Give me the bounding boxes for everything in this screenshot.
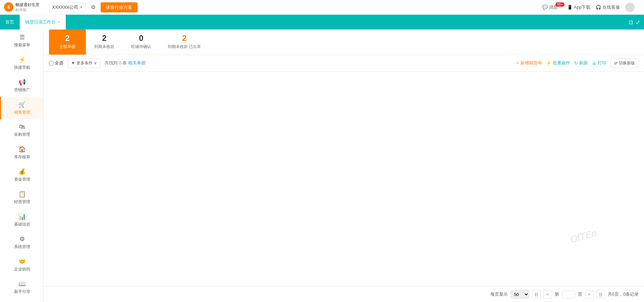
tab-restore-icon[interactable]: ⊡ <box>629 19 633 25</box>
sidebar-item-4[interactable]: 🛍 采购管理 <box>0 119 43 141</box>
page-number-input[interactable]: 1 <box>562 291 575 298</box>
sidebar-icon-1: ⚡ <box>18 56 26 63</box>
next-page-button[interactable]: ＞ <box>585 290 594 299</box>
tab-active[interactable]: 钱货日清工作台 × <box>20 15 66 29</box>
stat-num-1: 2 <box>102 34 106 43</box>
select-all-input[interactable] <box>49 61 53 65</box>
sidebar-label-2: 营销推广 <box>14 87 30 93</box>
toolbar-left: 全选 ▼ 更多条件 ∨ 共找到 0 条 相关单据 <box>49 58 513 68</box>
filter-button[interactable]: ▼ 更多条件 ∨ <box>67 58 101 68</box>
phone-icon: 📱 <box>567 5 573 10</box>
refresh-button[interactable]: ↻ 刷新 <box>574 60 588 66</box>
settings-button[interactable]: ⚙ <box>89 3 98 12</box>
sidebar-icon-5: 🏠 <box>18 145 26 153</box>
tab-bar-actions: ⊡ ⤢ <box>625 15 644 29</box>
prev-page-button[interactable]: ＜ <box>543 290 552 299</box>
batch-icon: ⚡ <box>546 61 551 66</box>
sidebar-label-9: 系统管理 <box>14 244 30 250</box>
sidebar: ☰ 搜索菜单 ⚡ 快捷导航 📢 营销推广 🛒 销售管理 🛍 采购管理 🏠 库存核… <box>0 29 44 302</box>
sidebar-item-0[interactable]: ☰ 搜索菜单 <box>0 29 43 52</box>
messages-button[interactable]: 💬 消息 99+ <box>542 4 562 10</box>
avatar[interactable] <box>625 3 635 12</box>
content-area: 2 全部单据 2 到期未收款 0 旺辅待确认 2 到期未收款 已出库 全选 ▼ … <box>44 29 644 302</box>
sidebar-icon-4: 🛍 <box>19 123 25 130</box>
toolbar-right: + 新增销货单 ⚡ 批量操作 ↻ 刷新 🖨 打印 ⇄ 切换新版 <box>517 58 639 68</box>
headset-icon: 🎧 <box>596 5 601 10</box>
sidebar-icon-8: 📊 <box>18 213 26 220</box>
sidebar-label-10: 企业协同 <box>14 266 30 272</box>
sidebar-label-8: 基础信息 <box>14 222 30 227</box>
sidebar-label-0: 搜索菜单 <box>14 42 30 48</box>
stat-num-3: 2 <box>182 34 186 43</box>
related-orders-link[interactable]: 相关单据 <box>128 60 146 65</box>
sidebar-item-9[interactable]: ⚙ 系统管理 <box>0 231 43 254</box>
sidebar-icon-6: 💰 <box>18 168 26 175</box>
close-tab-icon[interactable]: × <box>58 20 60 24</box>
sidebar-icon-11: 📖 <box>18 280 26 288</box>
refresh-icon: ↻ <box>574 61 578 66</box>
filter-icon: ▼ <box>71 61 75 65</box>
stat-label-1: 到期未收款 <box>94 44 114 50</box>
sidebar-item-11[interactable]: 📖 新手引导 <box>0 276 43 299</box>
company-selector[interactable]: XXXXXX公司 ▼ <box>49 3 86 12</box>
header-right: 💬 消息 99+ 📱 App下载 🎧 在线客服 <box>542 3 640 12</box>
sidebar-icon-10: 🤝 <box>18 258 26 265</box>
sidebar-label-4: 采购管理 <box>14 132 30 137</box>
tab-bar: 首页 钱货日清工作台 × ⊡ ⤢ <box>0 15 644 29</box>
toolbar: 全选 ▼ 更多条件 ∨ 共找到 0 条 相关单据 + 新增销货单 <box>44 55 644 72</box>
last-page-button[interactable]: ⟩⟩ <box>596 290 605 299</box>
message-icon: 💬 <box>542 5 548 10</box>
stat-tab-0[interactable]: 2 全部单据 <box>49 29 86 55</box>
sidebar-item-2[interactable]: 📢 营销推广 <box>0 74 43 97</box>
sidebar-icon-7: 📋 <box>18 190 26 198</box>
online-service-button[interactable]: 🎧 在线客服 <box>596 4 620 10</box>
add-sales-order-button[interactable]: + 新增销货单 <box>517 60 542 66</box>
stat-tab-1[interactable]: 2 到期未收款 <box>86 29 123 55</box>
sidebar-label-6: 资金管理 <box>14 177 30 182</box>
main-layout: ☰ 搜索菜单 ⚡ 快捷导航 📢 营销推广 🛒 销售管理 🛍 采购管理 🏠 库存核… <box>0 29 644 302</box>
batch-operation-button[interactable]: ⚡ 批量操作 <box>546 60 570 66</box>
page-size-select[interactable]: 50 100 <box>511 290 529 299</box>
app-download-button[interactable]: 📱 App下载 <box>567 4 590 10</box>
print-button[interactable]: 🖨 打印 <box>592 60 606 66</box>
sidebar-label-11: 新手引导 <box>14 289 30 295</box>
table-area <box>44 72 644 286</box>
stats-tabs: 2 全部单据 2 到期未收款 0 旺辅待确认 2 到期未收款 已出库 <box>44 29 644 55</box>
chevron-down-icon: ▼ <box>79 5 83 9</box>
logo-text: 畅捷通好生意 标准版 <box>15 2 40 12</box>
sidebar-icon-3: 🛒 <box>18 101 26 108</box>
switch-version-button[interactable]: ⇄ 切换新版 <box>610 58 639 68</box>
pagination: 每页显示 50 100 ⟨⟨ ＜ 第 1 页 ＞ ⟩⟩ 共0页，0条记录 <box>44 286 644 302</box>
sidebar-label-7: 经营管理 <box>14 199 30 205</box>
sidebar-item-3[interactable]: 🛒 销售管理 <box>0 97 43 119</box>
stat-num-0: 2 <box>65 34 69 43</box>
stat-tab-3[interactable]: 2 到期未收款 已出库 <box>160 29 209 55</box>
tab-expand-icon[interactable]: ⤢ <box>636 19 640 25</box>
sidebar-item-5[interactable]: 🏠 库存核算 <box>0 141 43 164</box>
stat-tab-2[interactable]: 0 旺辅待确认 <box>123 29 160 55</box>
stat-num-2: 0 <box>139 34 143 43</box>
sidebar-item-7[interactable]: 📋 经营管理 <box>0 186 43 209</box>
stat-label-0: 全部单据 <box>59 44 75 50</box>
stat-label-2: 旺辅待确认 <box>131 44 151 50</box>
stat-label-3: 到期未收款 已出库 <box>168 44 201 50</box>
sidebar-label-3: 销售管理 <box>14 110 30 115</box>
logo-area: 6 畅捷通好生意 标准版 <box>4 2 40 12</box>
sidebar-item-8[interactable]: 📊 基础信息 <box>0 209 43 231</box>
found-text: 共找到 0 条 相关单据 <box>105 60 146 66</box>
logo-icon: 6 <box>4 2 13 12</box>
trial-button[interactable]: 体验行业方案 <box>101 2 138 12</box>
sidebar-item-6[interactable]: 💰 资金管理 <box>0 164 43 186</box>
sidebar-item-1[interactable]: ⚡ 快捷导航 <box>0 52 43 74</box>
top-header: 6 畅捷通好生意 标准版 XXXXXX公司 ▼ ⚙ 体验行业方案 💬 消息 99… <box>0 0 644 15</box>
sidebar-item-12[interactable]: 📦 应用中心 <box>0 299 43 302</box>
sidebar-icon-0: ☰ <box>19 34 25 41</box>
sidebar-item-10[interactable]: 🤝 企业协同 <box>0 254 43 276</box>
chevron-icon: ∨ <box>94 61 97 65</box>
sidebar-label-1: 快捷导航 <box>14 65 30 70</box>
header-left: 6 畅捷通好生意 标准版 XXXXXX公司 ▼ ⚙ 体验行业方案 <box>4 2 138 12</box>
select-all-checkbox[interactable]: 全选 <box>49 60 63 66</box>
sidebar-icon-2: 📢 <box>18 78 26 86</box>
tab-home[interactable]: 首页 <box>0 15 20 29</box>
first-page-button[interactable]: ⟨⟨ <box>532 290 541 299</box>
